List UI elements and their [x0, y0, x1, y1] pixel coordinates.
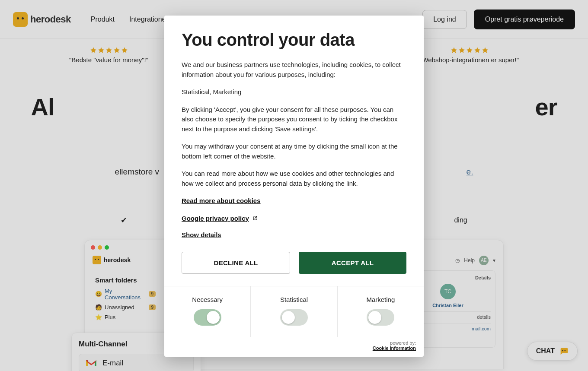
toggle-knob	[368, 311, 381, 324]
toggle-necessary	[194, 309, 221, 326]
modal-paragraph: By clicking 'Accept', you give your cons…	[182, 105, 406, 134]
toggle-label: Necessary	[192, 296, 223, 303]
modal-body: You control your data We and our busines…	[164, 16, 424, 243]
cookie-consent-modal: You control your data We and our busines…	[164, 16, 424, 357]
modal-paragraph: You may withdraw your consent at any tim…	[182, 142, 406, 161]
modal-actions: DECLINE ALL ACCEPT ALL	[164, 243, 424, 286]
toggle-cell-statistical: Statistical	[250, 286, 337, 337]
modal-overlay: You control your data We and our busines…	[0, 0, 588, 371]
powered-by-label: powered by:	[390, 340, 416, 346]
toggle-cell-marketing: Marketing	[337, 286, 424, 337]
toggle-label: Marketing	[366, 296, 395, 303]
toggle-marketing[interactable]	[367, 309, 394, 326]
modal-paragraph: We and our business partners use technol…	[182, 60, 406, 79]
cookie-information-link[interactable]: Cookie Information	[373, 346, 416, 351]
modal-paragraph: Statistical, Marketing	[182, 87, 406, 97]
modal-paragraph: You can read more about how we use cooki…	[182, 169, 406, 188]
modal-footer: powered by: Cookie Information	[164, 337, 424, 357]
read-more-cookies-link[interactable]: Read more about cookies	[182, 197, 261, 204]
toggle-label: Statistical	[280, 296, 308, 303]
external-link-icon	[252, 214, 258, 219]
decline-all-button[interactable]: DECLINE ALL	[182, 252, 290, 274]
consent-toggle-row: Necessary Statistical Marketing	[164, 286, 424, 337]
toggle-knob	[282, 311, 295, 324]
google-privacy-link[interactable]: Google privacy policy	[182, 215, 249, 222]
toggle-knob	[207, 311, 220, 324]
toggle-statistical[interactable]	[280, 309, 308, 326]
accept-all-button[interactable]: ACCEPT ALL	[299, 252, 406, 274]
show-details-toggle[interactable]: Show details	[182, 231, 221, 238]
modal-title: You control your data	[182, 30, 406, 50]
toggle-cell-necessary: Necessary	[164, 286, 250, 337]
